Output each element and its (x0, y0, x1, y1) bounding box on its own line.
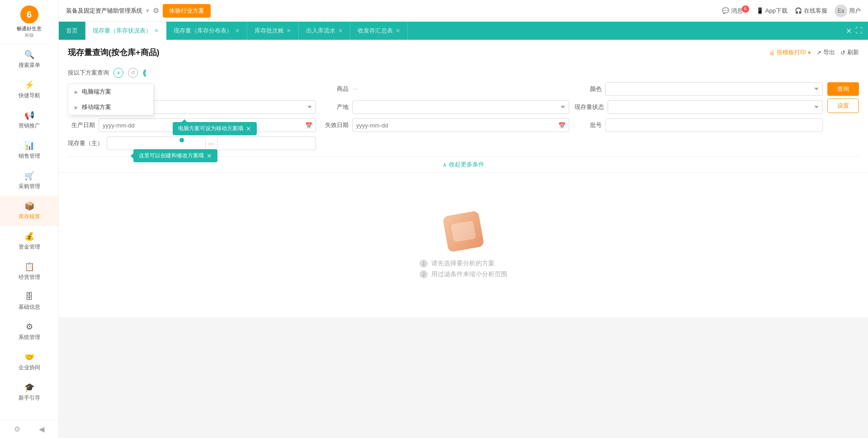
collapse-sidebar-icon[interactable]: ◀ (39, 425, 44, 433)
filter-arrow-btn[interactable]: ⟪ (142, 69, 146, 77)
empty-icon-wrap (441, 209, 486, 254)
content-area: 现存量查询(按仓库+商品) 🖨 按模板打印 ▾ ↗ 导出 ↺ 刷新 (59, 40, 868, 438)
collapse-icon: ∧ (443, 161, 447, 168)
message-btn[interactable]: 💬 消息 6 (722, 7, 749, 15)
filter-batch: 批号 (575, 118, 823, 132)
stock-qty-max[interactable] (217, 137, 316, 150)
filter-refresh-btn[interactable]: ↺ (128, 68, 138, 78)
color-label: 颜色 (575, 85, 602, 93)
sidebar-item-search[interactable]: 🔍 搜索菜单 (0, 44, 58, 75)
template-print-btn[interactable]: 🖨 按模板打印 ▾ (769, 48, 811, 57)
sidebar-logo: 6 畅通好生意 标版 (0, 0, 58, 44)
sidebar-item-system[interactable]: ⚙ 系统管理 (0, 316, 58, 347)
topbar-right: 💬 消息 6 📱 App下载 🎧 在线客服 Ea 用户 (722, 5, 861, 17)
sidebar-item-enterprise[interactable]: 🤝 企业协同 (0, 347, 58, 377)
filter-origin: 产地 (321, 100, 570, 114)
filter-fields-area: 仓库 ··· 商品 ··· 颜色 (68, 82, 823, 155)
filter-add-btn[interactable]: + (113, 68, 123, 78)
online-service-btn[interactable]: 🎧 在线客服 (795, 7, 827, 15)
empty-state: 1 请先选择要分析的方案 2 用过滤条件来缩小分析范围 (59, 173, 868, 317)
refresh-btn[interactable]: ↺ 刷新 (840, 48, 859, 57)
graduation-icon: 🎓 (24, 382, 34, 392)
filter-color: 颜色 (575, 82, 823, 96)
stock-status-label: 现存量状态 (575, 103, 604, 111)
topbar-left: 装备及固定资产辅助管理系统 ▾ ⚙ 体验行业方案 (66, 4, 211, 18)
stock-status-select[interactable] (608, 100, 823, 114)
color-select[interactable] (605, 82, 823, 96)
sidebar-bottom: ⚙ ◀ (0, 420, 58, 438)
tab-close-batch-account[interactable]: ✕ (287, 28, 291, 34)
goods-dots[interactable]: ··· (352, 85, 358, 93)
tab-close-inventory-status[interactable]: ✕ (154, 28, 159, 34)
tab-close-all-icon[interactable]: ✕ (846, 27, 852, 35)
prod-date-start-cal-icon[interactable]: 📅 (305, 122, 312, 129)
expire-date-label: 失效日期 (321, 121, 349, 129)
scheme-item-mobile[interactable]: ▶ 移动端方案 (68, 99, 153, 115)
handshake-icon: 🤝 (24, 352, 34, 362)
tooltip2-close[interactable]: ✕ (207, 152, 212, 160)
tab-close-inventory-dist[interactable]: ✕ (235, 28, 240, 34)
gear-icon: ⚙ (26, 322, 33, 332)
industry-btn[interactable]: 体验行业方案 (163, 4, 211, 18)
tab-close-recv-summary[interactable]: ✕ (396, 28, 400, 34)
tooltip1-close[interactable]: ✕ (246, 125, 251, 132)
empty-texts: 1 请先选择要分析的方案 2 用过滤条件来缩小分析范围 (420, 259, 507, 281)
settings-bottom-icon[interactable]: ⚙ (14, 425, 20, 433)
message-icon: 💬 (722, 7, 729, 14)
app-download-btn[interactable]: 📱 App下载 (756, 7, 788, 15)
filter-stock-status: 现存量状态 (575, 100, 823, 114)
template-dropdown-icon: ▾ (808, 49, 811, 56)
clipboard-icon: 📋 (24, 262, 34, 272)
filter-row-2: 尺码 产地 现存量状态 (68, 100, 823, 114)
setting-btn[interactable]: 设置 (827, 99, 859, 113)
empty-box-icon (443, 211, 485, 253)
search-icon: 🔍 (24, 50, 34, 60)
search-btn[interactable]: 查询 (827, 82, 859, 96)
filter-label: 按以下方案查询 (68, 69, 109, 77)
sidebar-item-quick[interactable]: ⚡ 快捷导航 (0, 75, 58, 105)
origin-select[interactable] (352, 100, 570, 114)
expire-date-start-cal-icon[interactable]: 📅 (558, 122, 566, 129)
empty-box-inner (451, 221, 476, 242)
filter-stock-qty: 现存量（主） — (68, 137, 316, 150)
triangle-icon: ▶ (75, 89, 78, 94)
sidebar-item-guide[interactable]: 🎓 新手引导 (0, 377, 58, 407)
main-area: 装备及固定资产辅助管理系统 ▾ ⚙ 体验行业方案 💬 消息 6 📱 App下载 … (59, 0, 868, 438)
system-dropdown-icon[interactable]: ▾ (146, 7, 149, 14)
user-menu[interactable]: Ea 用户 (835, 5, 861, 17)
logo-icon: 6 (20, 5, 38, 24)
sidebar-item-finance[interactable]: 💰 资金管理 (0, 226, 58, 256)
tab-fullscreen-icon[interactable]: ⛶ (855, 27, 863, 35)
message-badge: 6 (742, 5, 749, 13)
lightning-icon: ⚡ (24, 80, 34, 90)
expire-date-start[interactable] (352, 118, 570, 132)
stock-qty-label: 现存量（主） (68, 139, 103, 147)
sidebar-item-sales[interactable]: 📊 销售管理 (0, 135, 58, 165)
topbar-settings-icon[interactable]: ⚙ (153, 6, 159, 15)
tab-home[interactable]: 首页 (59, 22, 85, 40)
sidebar-item-basic[interactable]: 🗄 基础信息 (0, 287, 58, 316)
stock-qty-min[interactable] (107, 137, 206, 150)
scheme-item-pc[interactable]: ▶ 电脑端方案 (68, 84, 153, 99)
sidebar-item-purchase[interactable]: 🛒 采购管理 (0, 165, 58, 196)
dot-indicator (179, 138, 184, 142)
tabbar: 首页 现存量（库存状况表） ✕ 现存量（库存分布表） ✕ 库存批次账 ✕ 出入库… (59, 22, 868, 40)
page-actions: 🖨 按模板打印 ▾ ↗ 导出 ↺ 刷新 (769, 48, 859, 57)
tooltip-create-scheme: 这里可以创建和修改方案哦 ✕ (133, 149, 217, 162)
sidebar-item-operations[interactable]: 📋 经营管理 (0, 256, 58, 287)
tab-inout-flow[interactable]: 出入库流水 ✕ (299, 22, 350, 40)
export-btn[interactable]: ↗ 导出 (816, 48, 835, 57)
topbar: 装备及固定资产辅助管理系统 ▾ ⚙ 体验行业方案 💬 消息 6 📱 App下载 … (59, 0, 868, 22)
box-icon: 📦 (24, 201, 34, 211)
tab-recv-summary[interactable]: 收发存汇总表 ✕ (350, 22, 408, 40)
origin-label: 产地 (321, 103, 349, 111)
tabbar-actions: ✕ ⛶ (846, 27, 868, 35)
tab-inventory-status[interactable]: 现存量（库存状况表） ✕ (85, 22, 166, 40)
tab-close-inout-flow[interactable]: ✕ (338, 28, 343, 34)
tab-batch-account[interactable]: 库存批次账 ✕ (247, 22, 299, 40)
sidebar-item-marketing[interactable]: 📢 营销推广 (0, 105, 58, 135)
batch-input[interactable] (605, 118, 823, 132)
tab-inventory-dist[interactable]: 现存量（库存分布表） ✕ (166, 22, 247, 40)
content-inner: 现存量查询(按仓库+商品) 🖨 按模板打印 ▾ ↗ 导出 ↺ 刷新 (59, 40, 868, 317)
sidebar-item-inventory[interactable]: 📦 库存核算 (0, 196, 58, 226)
